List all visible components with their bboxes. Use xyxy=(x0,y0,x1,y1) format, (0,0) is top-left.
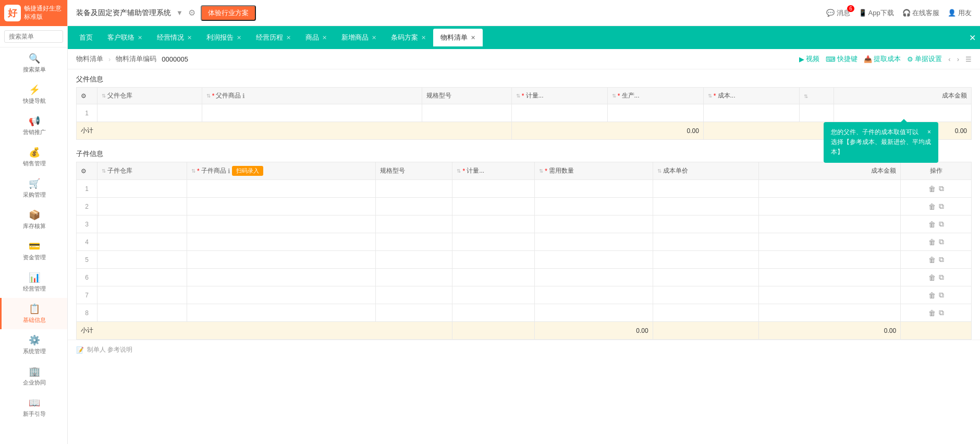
child-unit-cost-cell[interactable] xyxy=(653,215,759,233)
sidebar-item-sales[interactable]: 💰 销售管理 xyxy=(0,141,67,173)
tab-home[interactable]: 首页 xyxy=(72,29,100,46)
child-goods-cell[interactable] xyxy=(187,304,376,322)
tab-close-icon[interactable]: ✕ xyxy=(138,34,142,41)
child-spec-cell[interactable] xyxy=(376,251,452,269)
copy-icon[interactable]: ⧉ xyxy=(939,237,944,246)
scan-button[interactable]: 扫码录入 xyxy=(232,166,263,176)
tab-history[interactable]: 经营历程 ✕ xyxy=(249,29,298,46)
sort-icon[interactable]: ⇅ xyxy=(612,93,616,99)
child-qty-cell[interactable] xyxy=(535,304,653,322)
sort-icon[interactable]: ⇅ xyxy=(206,93,211,99)
view-list-btn[interactable]: ☰ xyxy=(965,55,972,63)
copy-icon[interactable]: ⧉ xyxy=(939,291,944,299)
tab-close-icon[interactable]: ✕ xyxy=(237,34,241,41)
child-unit-cost-cell[interactable] xyxy=(653,251,759,269)
parent-goods-cell[interactable] xyxy=(202,104,422,122)
sidebar-item-quick-nav[interactable]: ⚡ 快捷导航 xyxy=(0,79,67,110)
sort-icon[interactable]: ⇅ xyxy=(708,93,712,99)
sidebar-item-inventory[interactable]: 📦 库存核算 xyxy=(0,204,67,235)
child-goods-cell[interactable] xyxy=(187,180,376,198)
parent-produce-cell[interactable] xyxy=(607,104,703,122)
child-unit-cost-cell[interactable] xyxy=(653,198,759,215)
sidebar-item-operation-mgr[interactable]: 📊 经营管理 xyxy=(0,267,67,298)
delete-icon[interactable]: 🗑 xyxy=(928,238,936,246)
child-goods-cell[interactable] xyxy=(187,233,376,251)
child-spec-cell[interactable] xyxy=(376,304,452,322)
delete-icon[interactable]: 🗑 xyxy=(928,220,936,229)
sort-icon[interactable]: ⇅ xyxy=(191,168,195,174)
copy-icon[interactable]: ⧉ xyxy=(939,202,944,211)
child-spec-cell[interactable] xyxy=(376,215,452,233)
nav-prev-btn[interactable]: ‹ xyxy=(948,55,950,63)
child-qty-cell[interactable] xyxy=(535,269,653,286)
delete-icon[interactable]: 🗑 xyxy=(928,309,936,317)
tab-barcode[interactable]: 条码方案 ✕ xyxy=(384,29,433,46)
sidebar-item-marketing[interactable]: 📢 营销推广 xyxy=(0,110,67,141)
dropdown-icon[interactable]: ▼ xyxy=(176,9,183,17)
child-warehouse-cell[interactable] xyxy=(97,269,187,286)
tab-operation[interactable]: 经营情况 ✕ xyxy=(150,29,199,46)
child-goods-cell[interactable] xyxy=(187,269,376,286)
child-spec-cell[interactable] xyxy=(376,180,452,198)
child-unit-cost-cell[interactable] xyxy=(653,304,759,322)
child-unit-cost-cell[interactable] xyxy=(653,286,759,304)
child-qty-cell[interactable] xyxy=(535,251,653,269)
sort-icon[interactable]: ⇅ xyxy=(102,168,106,174)
online-service-btn[interactable]: 🎧 在线客服 xyxy=(902,8,940,18)
delete-icon[interactable]: 🗑 xyxy=(928,185,936,193)
user-btn[interactable]: 👤 用友 xyxy=(948,8,972,18)
info-icon[interactable]: ℹ xyxy=(228,167,230,175)
sort-icon[interactable]: ⇅ xyxy=(804,93,808,99)
nav-next-btn[interactable]: › xyxy=(957,55,959,63)
shortcut-btn[interactable]: ⌨ 快捷键 xyxy=(826,54,858,64)
child-th-settings[interactable]: ⚙ xyxy=(77,162,97,180)
search-input[interactable] xyxy=(4,30,63,43)
copy-icon[interactable]: ⧉ xyxy=(939,220,944,229)
child-warehouse-cell[interactable] xyxy=(97,251,187,269)
tab-close-icon[interactable]: ✕ xyxy=(372,34,376,41)
child-qty-cell[interactable] xyxy=(535,215,653,233)
child-spec-cell[interactable] xyxy=(376,198,452,215)
parent-th-settings[interactable]: ⚙ xyxy=(77,88,97,104)
tab-goods[interactable]: 商品 ✕ xyxy=(298,29,334,46)
child-unit-cell[interactable] xyxy=(452,215,535,233)
sort-icon[interactable]: ⇅ xyxy=(539,168,543,174)
delete-icon[interactable]: 🗑 xyxy=(928,202,936,211)
sort-icon[interactable]: ⇅ xyxy=(457,168,461,174)
sort-icon[interactable]: ⇅ xyxy=(657,168,662,174)
child-goods-cell[interactable] xyxy=(187,215,376,233)
delete-icon[interactable]: 🗑 xyxy=(928,256,936,264)
child-unit-cost-cell[interactable] xyxy=(653,180,759,198)
child-warehouse-cell[interactable] xyxy=(97,198,187,215)
app-download-btn[interactable]: 📱 App下载 xyxy=(859,8,894,18)
tooltip-close-btn[interactable]: × xyxy=(927,127,931,137)
child-unit-cell[interactable] xyxy=(452,198,535,215)
trial-button[interactable]: 体验行业方案 xyxy=(201,5,256,21)
sidebar-item-system[interactable]: ⚙️ 系统管理 xyxy=(0,329,67,361)
sort-icon[interactable]: ⇅ xyxy=(102,93,106,99)
child-unit-cell[interactable] xyxy=(452,269,535,286)
settings-icon[interactable]: ⚙ xyxy=(188,8,195,18)
breadcrumb-item-bom[interactable]: 物料清单 xyxy=(76,54,103,64)
single-settings-btn[interactable]: ⚙ 单据设置 xyxy=(907,54,942,64)
parent-warehouse-cell[interactable] xyxy=(97,104,202,122)
tab-new-goods[interactable]: 新增商品 ✕ xyxy=(334,29,384,46)
child-unit-cost-cell[interactable] xyxy=(653,233,759,251)
child-qty-cell[interactable] xyxy=(535,180,653,198)
sidebar-item-guide[interactable]: 📖 新手引导 xyxy=(0,392,67,423)
tab-close-icon[interactable]: ✕ xyxy=(187,34,192,41)
message-btn[interactable]: 💬 6 消息 xyxy=(826,8,850,18)
child-warehouse-cell[interactable] xyxy=(97,304,187,322)
child-qty-cell[interactable] xyxy=(535,286,653,304)
child-spec-cell[interactable] xyxy=(376,233,452,251)
child-warehouse-cell[interactable] xyxy=(97,286,187,304)
copy-icon[interactable]: ⧉ xyxy=(939,273,944,282)
sort-icon[interactable]: ⇅ xyxy=(516,93,520,99)
tab-close-icon[interactable]: ✕ xyxy=(421,34,426,41)
sidebar-item-search[interactable]: 🔍 搜索菜单 xyxy=(0,47,67,79)
sidebar-item-purchase[interactable]: 🛒 采购管理 xyxy=(0,173,67,204)
child-unit-cell[interactable] xyxy=(452,251,535,269)
tab-profit[interactable]: 利润报告 ✕ xyxy=(199,29,249,46)
child-unit-cell[interactable] xyxy=(452,180,535,198)
child-warehouse-cell[interactable] xyxy=(97,215,187,233)
